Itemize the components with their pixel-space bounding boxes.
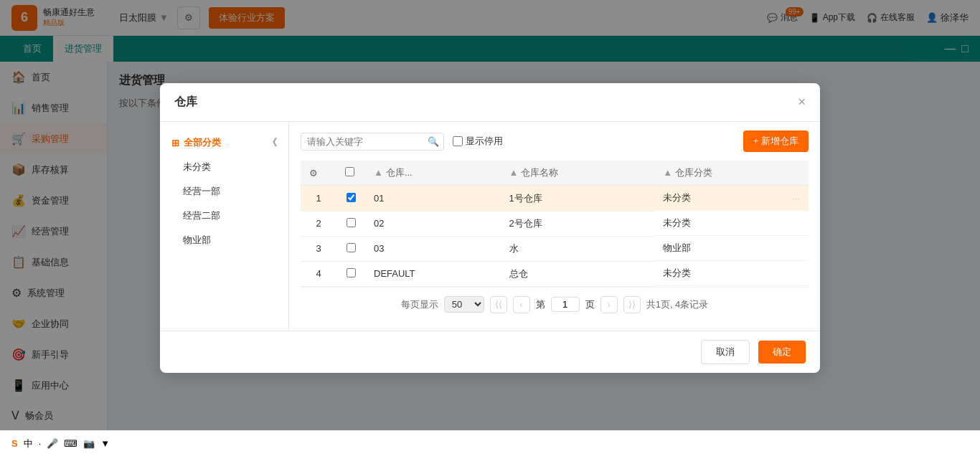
row-name: 总仓 <box>501 261 655 286</box>
row-checkbox[interactable] <box>347 218 356 227</box>
row-actions-icon[interactable]: ··· <box>792 193 800 204</box>
modal-title: 仓库 <box>174 95 197 110</box>
dot-icon: · <box>39 438 42 449</box>
modal-overlay: 仓库 × ⊞ 全部分类 《 未分类 经营一部 经营二部 物业部 <box>0 0 980 456</box>
row-name: 1号仓库 <box>501 186 655 212</box>
total-info: 共1页, 4条记录 <box>646 298 709 311</box>
page-label: 第 <box>536 298 545 311</box>
category-item-ops1[interactable]: 经营一部 <box>160 179 288 204</box>
modal-body: ⊞ 全部分类 《 未分类 经营一部 经营二部 物业部 🔍 <box>160 122 820 331</box>
mic-icon[interactable]: 🎤 <box>47 438 58 449</box>
row-category: 未分类 <box>654 211 809 236</box>
th-category: ▲仓库分类 <box>654 161 809 186</box>
row-checkbox[interactable] <box>347 243 356 252</box>
category-item-none[interactable]: 未分类 <box>160 155 288 179</box>
page-number-input[interactable] <box>551 297 580 312</box>
all-category-label: 全部分类 <box>184 136 221 149</box>
camera-icon[interactable]: 📷 <box>83 438 95 449</box>
table-row[interactable]: 4 DEFAULT 总仓 未分类 <box>301 261 809 286</box>
all-category-item[interactable]: ⊞ 全部分类 《 <box>160 130 288 155</box>
category-panel: ⊞ 全部分类 《 未分类 经营一部 经营二部 物业部 <box>160 122 289 331</box>
grid-icon: ⊞ <box>171 138 179 148</box>
category-item-property[interactable]: 物业部 <box>160 228 288 252</box>
table-row[interactable]: 3 03 水 物业部 <box>301 236 809 261</box>
th-code: ▲仓库... <box>365 161 501 186</box>
per-page-label: 每页显示 <box>401 298 438 311</box>
search-input[interactable] <box>307 136 428 147</box>
category-item-ops2[interactable]: 经营二部 <box>160 204 288 228</box>
chinese-input-label: 中 <box>24 437 33 450</box>
table-panel: 🔍 显示停用 + 新增仓库 ⚙ ▲仓库... <box>289 122 820 331</box>
row-checkbox-cell <box>336 211 365 236</box>
row-name: 水 <box>501 236 655 261</box>
search-box: 🔍 <box>301 133 444 151</box>
settings-th-icon: ⚙ <box>309 168 318 179</box>
bottom-bar: S 中 · 🎤 ⌨ 📷 ▼ <box>0 430 980 456</box>
pagination: 每页显示 50 10 20 100 ⟨⟨ ‹ 第 页 › ⟩⟩ 共1页, 4条记… <box>301 287 809 322</box>
first-page-button[interactable]: ⟨⟨ <box>490 296 507 313</box>
th-gear: ⚙ <box>301 161 336 186</box>
row-code: DEFAULT <box>365 261 501 286</box>
modal-footer: 取消 确定 <box>160 331 820 373</box>
row-num: 1 <box>301 186 336 212</box>
modal-header: 仓库 × <box>160 83 820 122</box>
th-checkbox <box>336 161 365 186</box>
row-num: 3 <box>301 236 336 261</box>
per-page-select[interactable]: 50 10 20 100 <box>444 296 484 313</box>
page-unit: 页 <box>585 298 595 311</box>
row-checkbox-cell <box>336 261 365 286</box>
row-category: 物业部 <box>654 236 809 261</box>
row-checkbox[interactable] <box>347 268 356 277</box>
next-page-button[interactable]: › <box>600 296 618 313</box>
add-warehouse-button[interactable]: + 新增仓库 <box>743 130 809 152</box>
modal-close-button[interactable]: × <box>798 95 806 110</box>
row-num: 2 <box>301 211 336 236</box>
s-logo: S <box>11 438 18 449</box>
row-checkbox[interactable] <box>347 193 356 202</box>
select-all-checkbox[interactable] <box>345 167 354 176</box>
row-num: 4 <box>301 261 336 286</box>
row-code: 03 <box>365 236 501 261</box>
show-disabled-label: 显示停用 <box>466 135 503 148</box>
row-checkbox-cell <box>336 236 365 261</box>
table-row[interactable]: 1 01 1号仓库 未分类 ··· <box>301 186 809 212</box>
prev-page-button[interactable]: ‹ <box>513 296 530 313</box>
cancel-button[interactable]: 取消 <box>701 340 750 364</box>
more-icon[interactable]: ▼ <box>100 438 110 449</box>
show-disabled-checkbox-group: 显示停用 <box>453 135 503 148</box>
search-icon[interactable]: 🔍 <box>428 136 439 147</box>
th-name: ▲仓库名称 <box>501 161 655 186</box>
last-page-button[interactable]: ⟩⟩ <box>623 296 641 313</box>
toolbar: 🔍 显示停用 + 新增仓库 <box>301 130 809 152</box>
row-code: 01 <box>365 186 501 212</box>
table-row[interactable]: 2 02 2号仓库 未分类 <box>301 211 809 236</box>
collapse-icon: 《 <box>268 136 277 149</box>
row-name: 2号仓库 <box>501 211 655 236</box>
keyboard-icon[interactable]: ⌨ <box>64 438 77 449</box>
row-category: 未分类 <box>654 261 809 286</box>
row-category: 未分类 ··· <box>654 186 809 211</box>
warehouse-table: ⚙ ▲仓库... ▲仓库名称 ▲仓库分类 1 01 1号仓库 未分类 ··· <box>301 161 809 287</box>
row-checkbox-cell <box>336 186 365 212</box>
confirm-button[interactable]: 确定 <box>758 341 806 364</box>
warehouse-modal: 仓库 × ⊞ 全部分类 《 未分类 经营一部 经营二部 物业部 <box>160 83 820 373</box>
row-code: 02 <box>365 211 501 236</box>
show-disabled-checkbox[interactable] <box>453 136 463 146</box>
